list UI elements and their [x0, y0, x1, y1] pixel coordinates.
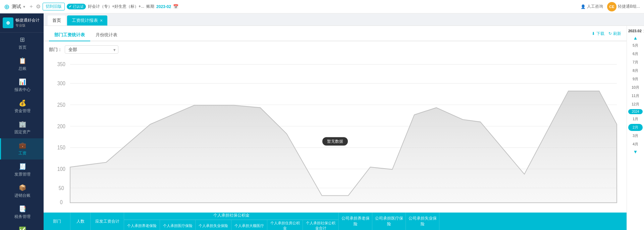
sidebar-label-tax: 税务管理: [14, 214, 31, 220]
user-menu[interactable]: CE 轻捷通B组...: [607, 2, 640, 11]
y-label-0: 0: [60, 199, 63, 205]
col-dept: 部门: [44, 213, 70, 230]
sidebar-icon-salary: 💼: [19, 142, 26, 149]
scroll-up-icon[interactable]: ▲: [633, 35, 638, 41]
certified-icon: ✔: [69, 4, 72, 8]
top-bar-left: ⊕ 测试 ▾ ＋ ⚙ 切到旧版 ✔ 已认证 好会计（专）+好生意（标）+... …: [4, 3, 578, 11]
tab-close-icon[interactable]: ×: [100, 18, 103, 23]
help-btn[interactable]: 👤 人工咨询: [581, 4, 603, 9]
col-personal-total: 个人承担社保公积金合计: [303, 220, 338, 230]
refresh-icon: ↻: [608, 31, 612, 36]
logo-main-text: 畅捷通好会计: [15, 18, 40, 23]
y-label-50: 50: [59, 185, 64, 191]
col-group-personal: 个人承担社保公积金 个人承担养老保险 个人承担医疗保险 个人承担失业保险 个人承…: [124, 213, 339, 230]
filter-select-wrap: 全部 行政部 财务部 销售部 技术部: [65, 45, 118, 54]
sidebar: ⊕ 畅捷通好会计 专业版 ⊞ 首页 📋 总账 📊 报表中心 💰 资金管理 🏢 固…: [0, 13, 44, 230]
month-10[interactable]: 10月: [628, 84, 643, 91]
month-8[interactable]: 8月: [628, 67, 643, 74]
col-company-unemployment: 公司承担失业保险: [406, 213, 439, 230]
month-7[interactable]: 7月: [628, 59, 643, 66]
tab-home[interactable]: 首页: [48, 15, 66, 26]
col-total-salary: 应发工资合计: [91, 213, 124, 230]
month-12[interactable]: 12月: [628, 101, 643, 108]
col-company-medical: 公司承担医疗保险: [372, 213, 406, 230]
certified-badge: ✔ 已认证: [67, 4, 86, 9]
refresh-btn[interactable]: ↻ 刷新: [608, 31, 621, 37]
department-select[interactable]: 全部 行政部 财务部 销售部 技术部: [65, 45, 118, 54]
sidebar-item-settlement[interactable]: ✅ 结账: [0, 223, 44, 230]
month-4[interactable]: 4月: [628, 141, 643, 148]
switch-old-btn[interactable]: 切到旧版: [43, 3, 65, 10]
top-bar: ⊕ 测试 ▾ ＋ ⚙ 切到旧版 ✔ 已认证 好会计（专）+好生意（标）+... …: [0, 0, 644, 13]
sidebar-label-sales: 进销台账: [14, 193, 31, 198]
sub-tab-monthly[interactable]: 月份统计表: [90, 29, 123, 41]
sidebar-logo: ⊕ 畅捷通好会计 专业版: [0, 13, 44, 33]
month-3[interactable]: 3月: [628, 132, 643, 139]
sidebar-item-salary[interactable]: 💼 工资: [0, 138, 44, 159]
month-9[interactable]: 9月: [628, 76, 643, 83]
scroll-down-icon[interactable]: ▼: [633, 149, 638, 154]
col-personal-pension: 个人承担养老保险: [124, 220, 160, 230]
sidebar-label-invoice: 发票管理: [14, 172, 31, 177]
sidebar-icon-capital: 💰: [19, 99, 26, 107]
right-panel: 2023.02 ✕ ⤢ ▲ 5月 6月 7月 8月 9月 10月 11月 12月…: [627, 26, 644, 230]
col-personal-housing-fund: 个人承担住房公积金: [267, 220, 303, 230]
y-label-300: 300: [57, 81, 65, 87]
sidebar-item-sales[interactable]: 📦 进销台账: [0, 181, 44, 202]
sidebar-item-capital[interactable]: 💰 资金管理: [0, 96, 44, 117]
sidebar-item-reports[interactable]: 📊 报表中心: [0, 75, 44, 96]
col-personal-major-medical: 个人承担大额医疗: [231, 220, 267, 230]
y-label-150: 150: [57, 145, 65, 151]
sidebar-label-assets: 固定资产: [14, 129, 31, 135]
chart-area: 350 300 250 200 150 100 50 0: [44, 58, 627, 213]
salary-chart: 350 300 250 200 150 100 50 0: [49, 58, 621, 210]
top-bar-title: 测试: [12, 4, 21, 10]
sidebar-icon-sales: 📦: [19, 184, 26, 191]
sidebar-icon-settlement: ✅: [19, 226, 26, 230]
sidebar-label-home: 首页: [18, 45, 26, 50]
chart-area-fill: [70, 91, 617, 203]
sidebar-icon-tax: 📑: [19, 205, 26, 213]
tab-salary-report[interactable]: 工资统计报表 ×: [67, 15, 107, 26]
sidebar-icon-invoice: 🧾: [19, 163, 26, 170]
month-1[interactable]: 1月: [628, 116, 643, 123]
sidebar-label-reports: 报表中心: [14, 87, 31, 93]
sidebar-item-tax[interactable]: 📑 税务管理: [0, 202, 44, 223]
y-label-350: 350: [57, 61, 65, 67]
sidebar-icon-assets: 🏢: [19, 121, 26, 128]
sidebar-label-salary: 工资: [18, 150, 26, 156]
month-6[interactable]: 6月: [628, 50, 643, 57]
sub-tab-dept[interactable]: 部门工资统计表: [49, 29, 90, 41]
right-panel-date-label: 2023.02: [628, 29, 642, 33]
calendar-icon[interactable]: 📅: [173, 4, 178, 9]
sidebar-item-ledger[interactable]: 📋 总账: [0, 54, 44, 75]
sub-tabs-actions: ⬇ 下载 ↻ 刷新: [592, 31, 621, 39]
sidebar-item-assets[interactable]: 🏢 固定资产: [0, 117, 44, 138]
table-header: 部门 人数 应发工资合计 个人承担社保公积金 个人承担养老保险 个人承担医疗保险: [44, 213, 627, 230]
content-right-wrap: 部门工资统计表 月份统计表 ⬇ 下载 ↻ 刷新: [44, 26, 644, 230]
content-area: 首页 工资统计报表 × 部门工资统计表 月份统计表: [44, 13, 644, 230]
main-layout: ⊕ 畅捷通好会计 专业版 ⊞ 首页 📋 总账 📊 报表中心 💰 资金管理 🏢 固…: [0, 13, 644, 230]
col-personal-unemployment: 个人承担失业保险: [196, 220, 231, 230]
dropdown-arrow-icon[interactable]: ▾: [23, 4, 25, 9]
settings-icon[interactable]: ⚙: [36, 3, 41, 10]
download-icon: ⬇: [592, 31, 595, 36]
month-5[interactable]: 5月: [628, 42, 643, 49]
download-btn[interactable]: ⬇ 下载: [592, 31, 604, 37]
home-tab-label: 首页: [52, 17, 61, 24]
month-11[interactable]: 11月: [628, 92, 643, 99]
sidebar-icon-ledger: 📋: [19, 57, 26, 64]
help-icon: 👤: [581, 4, 586, 9]
sidebar-item-home[interactable]: ⊞ 首页: [0, 33, 44, 54]
period-value: 2023-02: [156, 4, 171, 9]
y-label-250: 250: [57, 102, 65, 108]
top-bar-right: 👤 人工咨询 CE 轻捷通B组...: [581, 2, 640, 11]
avatar: CE: [607, 2, 616, 11]
month-2-active[interactable]: 2月: [628, 124, 643, 131]
filter-label: 部门：: [49, 47, 62, 53]
filter-row: 部门： 全部 行政部 财务部 销售部 技术部: [44, 41, 627, 58]
add-icon[interactable]: ＋: [29, 3, 34, 10]
col-company-pension: 公司承担养老保险: [339, 213, 372, 230]
tabs-bar: 首页 工资统计报表 ×: [44, 13, 644, 26]
sidebar-item-invoice[interactable]: 🧾 发票管理: [0, 159, 44, 181]
